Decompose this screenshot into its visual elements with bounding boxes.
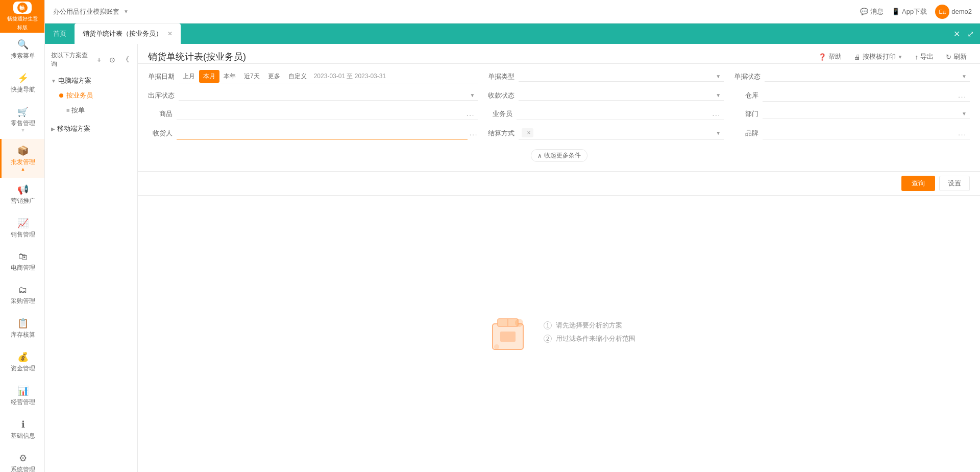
account-dropdown-icon[interactable]: ▼ [124,9,129,14]
empty-content: 1 请先选择要分析的方案 2 用过滤条件来缩小分析范围 [482,309,635,360]
sidebar-item-operation[interactable]: 📊 经营管理 [0,379,44,413]
user-menu[interactable]: Ea demo2 [935,5,972,19]
sidebar-item-marketing[interactable]: 📢 营销推广 [0,178,44,211]
message-btn[interactable]: 💬 消息 [860,7,884,16]
scheme-settings-btn[interactable]: ⊙ [107,54,118,65]
consignee-input[interactable] [177,127,468,139]
refresh-icon: ↻ [946,53,951,61]
warehouse-dots-icon: ... [958,91,967,99]
date-option-custom[interactable]: 自定义 [284,70,311,83]
logo-icon: 畅 [13,2,32,14]
page-title: 销货单统计表(按业务员) [148,51,246,63]
filter-payment: 结算方式 × ▼ [488,126,724,140]
sidebar-item-ecommerce[interactable]: 🛍 电商管理 [0,245,44,278]
filter-out-status: 出库状态 ▼ [148,90,478,101]
filter-row-2: 出库状态 ▼ 收款状态 ▼ [148,89,970,102]
receipt-status-select[interactable]: ▼ [519,90,724,101]
export-label: 导出 [920,52,934,61]
tab-sales-stat-close-icon[interactable]: ✕ [167,30,173,37]
scheme-collapse-btn[interactable]: 《 [120,54,131,65]
goods-select[interactable]: ... [177,108,478,120]
sidebar-item-purchase-label: 采购管理 [11,297,35,305]
collapse-row: ∧ 收起更多条件 [148,146,970,165]
pc-group-label: 电脑端方案 [58,76,91,85]
department-select[interactable]: ▼ [763,109,970,119]
topbar: 办公用品行业模拟账套 ▼ 💬 消息 📱 App下载 Ea demo2 [45,0,980,23]
sidebar-item-inventory[interactable]: 📋 库存核算 [0,312,44,345]
template-print-btn[interactable]: 🖨 按模板打印 ▼ [851,50,906,63]
brand-select[interactable]: ... [763,127,970,139]
scheme-sub-item-label: 按单 [71,106,85,115]
date-option-more[interactable]: 更多 [264,70,284,83]
ecommerce-icon: 🛍 [18,251,28,262]
collapse-btn[interactable]: ∧ 收起更多条件 [531,149,587,162]
svg-rect-5 [500,332,516,342]
sidebar-item-basic[interactable]: ℹ 基础信息 [0,413,44,446]
payment-tag-close-btn[interactable]: × [527,129,530,136]
tab-close-btn[interactable]: ✕ [951,27,962,41]
sidebar-item-purchase[interactable]: 🗂 采购管理 [0,278,44,312]
purchase-icon: 🗂 [18,285,28,295]
print-dropdown-icon[interactable]: ▼ [898,54,903,60]
account-title: 办公用品行业模拟账套 [53,7,119,16]
help-btn[interactable]: ❓ 帮助 [815,50,845,63]
scheme-item-by-staff[interactable]: 按业务员 [45,88,137,103]
scheme-sub-item-by-order[interactable]: ≡ 按单 [45,103,137,117]
consignee-label: 收货人 [148,129,173,138]
app-download-btn[interactable]: 📱 App下载 [892,7,927,16]
refresh-btn[interactable]: ↻ 刷新 [943,50,970,63]
payment-tag: × [522,128,533,137]
logo-subtext: 标版 [17,24,28,31]
date-option-this-month[interactable]: 本月 [199,70,219,83]
export-btn[interactable]: ↑ 导出 [912,50,937,63]
sidebar-item-search[interactable]: 🔍 搜索菜单 [0,33,44,66]
sidebar-item-sales[interactable]: 📈 销售管理 [0,211,44,245]
tab-sales-stat[interactable]: 销货单统计表（按业务员） ✕ [75,23,181,44]
doc-status-label: 单据状态 [734,72,761,81]
out-status-select[interactable]: ▼ [179,90,478,101]
payment-label: 结算方式 [488,129,514,138]
sidebar-item-wholesale[interactable]: 📦 批发管理 ▲ [0,139,44,178]
sidebar-item-wholesale-label: 批发管理 [11,158,35,167]
mobile-group-label: 移动端方案 [57,124,90,133]
payment-select[interactable]: × ▼ [519,126,724,140]
marketing-icon: 📢 [17,184,29,195]
right-panel: 销货单统计表(按业务员) ❓ 帮助 🖨 按模板打印 ▼ ↑ 导出 [138,44,980,472]
tab-expand-btn[interactable]: ⤢ [965,27,976,41]
help-icon: ❓ [818,53,826,61]
sidebar-nav: 🔍 搜索菜单 ⚡ 快捷导航 🛒 零售管理 ▼ 📦 批发管理 ▲ 📢 营销推广 📈… [0,33,44,472]
scheme-group-mobile: ▶ 移动端方案 [45,120,137,138]
sidebar: 畅 畅捷通好生意 标版 🔍 搜索菜单 ⚡ 快捷导航 🛒 零售管理 ▼ 📦 批发管… [0,0,45,472]
pc-group-arrow-icon: ▼ [51,78,56,84]
staff-select[interactable]: ... [517,108,724,120]
filter-row-1: 单据日期 上月 本月 本年 近7天 更多 自定义 2023-03-01 至 20… [148,70,970,83]
doc-type-select[interactable]: ▼ [519,72,724,82]
filter-receipt-status: 收款状态 ▼ [488,90,724,101]
scheme-group-pc-header[interactable]: ▼ 电脑端方案 [45,74,137,88]
sidebar-item-system[interactable]: ⚙ 系统管理 [0,446,44,472]
tab-home[interactable]: 首页 [45,23,75,44]
warehouse-select[interactable]: ... [763,89,970,102]
date-option-last-month[interactable]: 上月 [179,70,199,83]
sidebar-item-retail[interactable]: 🛒 零售管理 ▼ [0,100,44,139]
doc-status-select[interactable]: ▼ [765,72,970,82]
svg-point-7 [494,344,499,349]
date-option-7days[interactable]: 近7天 [240,70,264,83]
date-option-this-year[interactable]: 本年 [219,70,240,83]
sidebar-item-shortcut[interactable]: ⚡ 快捷导航 [0,66,44,100]
query-button[interactable]: 查询 [901,176,935,191]
sidebar-item-shortcut-label: 快捷导航 [11,85,35,94]
filter-date: 单据日期 上月 本月 本年 近7天 更多 自定义 2023-03-01 至 20… [148,70,478,83]
scheme-group-mobile-header[interactable]: ▶ 移动端方案 [45,122,137,136]
search-icon: 🔍 [17,39,29,50]
filter-department: 部门 ▼ [734,109,970,119]
empty-illustration [482,309,533,360]
department-label: 部门 [734,109,758,119]
scheme-add-btn[interactable]: + [93,54,105,65]
settings-button[interactable]: 设置 [939,176,970,191]
sidebar-item-ecommerce-label: 电商管理 [11,264,35,272]
consignee-dots-icon: ... [470,129,478,137]
sidebar-item-finance[interactable]: 💰 资金管理 [0,345,44,379]
app-icon: 📱 [892,8,900,15]
filter-row-4: 收货人 ... 结算方式 × ▼ [148,126,970,140]
